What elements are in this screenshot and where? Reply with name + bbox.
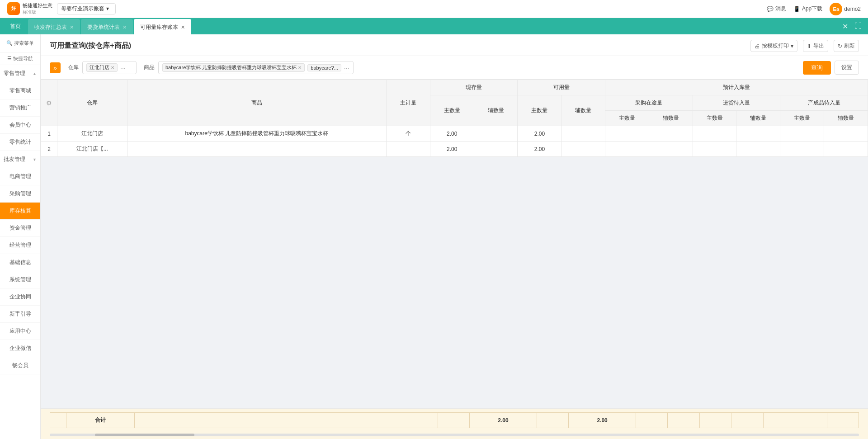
- td-products-main: [780, 142, 824, 157]
- sidebar-item-inventory[interactable]: 库存核算: [0, 203, 40, 220]
- sidebar-item-label: 企业微信: [9, 345, 31, 352]
- th-products-in: 产成品待入量: [780, 95, 868, 111]
- th-purchase-in: 采购在途量: [605, 95, 693, 111]
- table-row: 2 江北门店【... 2.00 2.00: [41, 142, 868, 157]
- td-no: 2: [41, 142, 57, 157]
- tab-order-stats[interactable]: 要货单统计表 ✕: [81, 19, 133, 35]
- sidebar-item-retail-mall[interactable]: 零售商城: [0, 82, 40, 99]
- product-label: 商品: [144, 64, 155, 71]
- tab-summary[interactable]: 收发存汇总表 ✕: [28, 19, 80, 35]
- tab-close-btn[interactable]: ✕: [840, 18, 851, 34]
- filter-more-icon[interactable]: ···: [120, 64, 126, 71]
- sidebar-item-purchase[interactable]: 采购管理: [0, 185, 40, 203]
- export-btn[interactable]: ⬆ 导出: [803, 40, 828, 52]
- sidebar-item-label: 经营管理: [9, 241, 31, 249]
- product-tag-value: babycare学饮杯 儿童防摔防撞吸管杯重力球吸嘴杯宝宝水杯: [165, 64, 297, 71]
- toggle-icon: »: [53, 64, 57, 71]
- sidebar-item-basic-info[interactable]: 基础信息: [0, 254, 40, 271]
- print-btn[interactable]: 🖨 按模板打印 ▾: [750, 40, 797, 52]
- app-download-btn[interactable]: 📱 App下载: [793, 5, 822, 13]
- tenant-selector[interactable]: 母婴行业演示账套 ▾: [57, 3, 116, 14]
- sidebar-item-system[interactable]: 系统管理: [0, 271, 40, 288]
- chevron-down-icon: ▾: [106, 5, 109, 12]
- refresh-label: 刷新: [844, 42, 855, 50]
- filter-toggle-btn[interactable]: »: [50, 62, 61, 73]
- td-products-sub: [824, 126, 868, 142]
- sidebar-item-marketing[interactable]: 营销推广: [0, 99, 40, 117]
- product-filter-group: 商品 babycare学饮杯 儿童防摔防撞吸管杯重力球吸嘴杯宝宝水杯 ✕ bab…: [144, 61, 354, 74]
- th-warehouse: 仓库: [57, 80, 127, 126]
- td-total-available-main: 2.00: [569, 413, 636, 428]
- export-icon: ⬆: [807, 43, 811, 49]
- tab-available-stock[interactable]: 可用量库存账本 ✕: [134, 19, 191, 35]
- logo-icon: 好: [7, 2, 20, 15]
- sidebar-item-member[interactable]: 会员中心: [0, 117, 40, 134]
- td-current-sub: [474, 142, 518, 157]
- settings-filter-btn[interactable]: 设置: [835, 61, 859, 75]
- tab-available-stock-close[interactable]: ✕: [181, 24, 185, 30]
- td-products-main: [780, 126, 824, 142]
- sidebar-item-label: 系统管理: [9, 276, 31, 283]
- tab-order-stats-close[interactable]: ✕: [123, 24, 127, 30]
- th-forecast-in: 预计入库量: [605, 80, 868, 95]
- warehouse-input[interactable]: 江北门店 ✕ ···: [82, 61, 137, 74]
- sidebar-item-member-plus[interactable]: 畅会员: [0, 357, 40, 374]
- sidebar-item-label: 营销推广: [9, 104, 31, 112]
- th-current-stock: 现存量: [430, 80, 518, 95]
- user-area[interactable]: Ea demo2: [830, 3, 861, 15]
- table-wrapper: ⚙ 仓库 商品 主计量 现存量 可用量 预计入库量 主数量 辅数量: [41, 80, 868, 408]
- product-tag-extra-value: babycare?...: [311, 65, 338, 71]
- sidebar-item-finance[interactable]: 资金管理: [0, 220, 40, 237]
- table-row: 1 江北门店 babycare学饮杯 儿童防摔防撞吸管杯重力球吸嘴杯宝宝水杯 个…: [41, 126, 868, 142]
- filter-more-icon2[interactable]: ···: [344, 64, 349, 71]
- sidebar-search-btn[interactable]: 🔍 搜索菜单: [3, 38, 38, 48]
- warehouse-tag: 江北门店 ✕: [86, 63, 118, 72]
- scrollbar-area: [41, 432, 868, 439]
- data-table: ⚙ 仓库 商品 主计量 现存量 可用量 预计入库量 主数量 辅数量: [41, 80, 868, 157]
- product-input[interactable]: babycare学饮杯 儿童防摔防撞吸管杯重力球吸嘴杯宝宝水杯 ✕ babyca…: [158, 61, 354, 74]
- sidebar-item-app-center[interactable]: 应用中心: [0, 323, 40, 340]
- table-settings-btn[interactable]: ⚙: [46, 99, 52, 107]
- sidebar-item-label: 库存核算: [9, 207, 31, 215]
- app-download-label: App下载: [802, 5, 822, 13]
- refresh-btn[interactable]: ↻ 刷新: [834, 40, 859, 52]
- tab-home[interactable]: 首页: [4, 18, 27, 34]
- sidebar-item-wholesale[interactable]: 批发管理 ▼: [0, 151, 40, 168]
- sidebar-item-label: 资金管理: [9, 224, 31, 232]
- sidebar-item-label: 零售商城: [9, 87, 31, 94]
- sidebar-item-guide[interactable]: 新手引导: [0, 306, 40, 323]
- query-btn[interactable]: 查询: [803, 61, 831, 75]
- tab-summary-close[interactable]: ✕: [70, 24, 74, 30]
- filter-bar: » 仓库 江北门店 ✕ ··· 商品 babycare学饮杯 儿童防摔防撞吸管杯…: [41, 56, 868, 80]
- page-actions: 🖨 按模板打印 ▾ ⬆ 导出 ↻ 刷新: [750, 40, 859, 52]
- sidebar-item-collaboration[interactable]: 企业协同: [0, 288, 40, 306]
- nav-icon: ☰: [7, 56, 12, 61]
- th-current-sub: 辅数量: [474, 95, 518, 126]
- product-tag-close[interactable]: ✕: [298, 65, 302, 70]
- tab-spacer: [192, 18, 839, 34]
- th-main-unit: 主计量: [387, 80, 430, 126]
- filter-right-actions: 查询 设置: [803, 61, 859, 75]
- sidebar-item-operation[interactable]: 经营管理: [0, 237, 40, 254]
- tab-expand-btn[interactable]: ⛶: [852, 18, 864, 34]
- td-goods-sub: [736, 126, 780, 142]
- td-available-main: 2.00: [518, 126, 561, 142]
- warehouse-tag-close[interactable]: ✕: [111, 65, 114, 70]
- main-layout: 🔍 搜索菜单 ☰ 快捷导航 零售管理 ▲ 零售商城 营销推广 会员中心 零售统计…: [0, 34, 868, 439]
- chevron-icon: ▼: [33, 157, 37, 162]
- sidebar-item-label: 企业协同: [9, 293, 31, 301]
- tab-summary-label: 收发存汇总表: [34, 24, 67, 31]
- sidebar-item-label: 电商管理: [9, 173, 31, 180]
- sidebar-item-ecommerce[interactable]: 电商管理: [0, 168, 40, 185]
- sidebar-item-retail-management[interactable]: 零售管理 ▲: [0, 65, 40, 82]
- logo-text: 畅捷通好生意: [23, 2, 52, 9]
- search-label: 搜索菜单: [14, 40, 34, 47]
- horizontal-scrollbar[interactable]: [50, 434, 859, 436]
- th-goods-main: 主数量: [693, 111, 736, 126]
- sidebar-item-enterprise-wechat[interactable]: 企业微信: [0, 340, 40, 357]
- logo-area: 好 畅捷通好生意 标准版: [7, 2, 52, 15]
- sidebar-item-retail-stats[interactable]: 零售统计: [0, 134, 40, 151]
- message-btn[interactable]: 💬 消息: [767, 5, 786, 13]
- sidebar-quick-nav-btn[interactable]: ☰ 快捷导航: [0, 52, 40, 65]
- top-bar: 好 畅捷通好生意 标准版 母婴行业演示账套 ▾ 💬 消息 📱 App下载 Ea …: [0, 0, 868, 18]
